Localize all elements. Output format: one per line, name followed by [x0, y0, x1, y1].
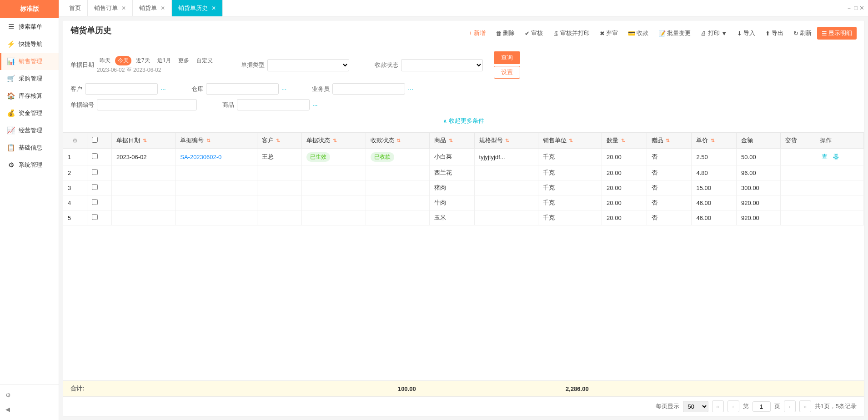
sidebar-item-purchase-mgmt[interactable]: 🛒 采购管理	[0, 70, 59, 87]
batch-change-button[interactable]: 📝 批量变更	[654, 27, 695, 40]
tab-sales-history[interactable]: 销货单历史 ✕	[172, 0, 223, 16]
tab-sales-order-close[interactable]: ✕	[121, 5, 126, 11]
th-settings[interactable]: ⚙	[63, 133, 87, 149]
sidebar-item-search-menu[interactable]: ☰ 搜索菜单	[0, 18, 59, 35]
tab-sales-delivery-close[interactable]: ✕	[161, 5, 165, 11]
cell-checkbox[interactable]	[87, 195, 111, 210]
cell-unit-price: 4.80	[692, 165, 737, 180]
sidebar-item-sales-mgmt[interactable]: 📊 销售管理	[0, 53, 59, 70]
date-btn-custom[interactable]: 自定义	[194, 56, 216, 65]
th-customer[interactable]: 客户 ⇅	[257, 133, 302, 149]
new-button[interactable]: + 新增	[464, 27, 490, 40]
sidebar-bottom-settings[interactable]: ⚙	[0, 388, 59, 402]
th-doc-number[interactable]: 单据编号 ⇅	[176, 133, 257, 149]
print-button[interactable]: 🖨 打印 ▼	[696, 27, 732, 40]
sidebar-collapse[interactable]: ◀	[0, 402, 59, 416]
th-payment-status[interactable]: 收款状态 ⇅	[366, 133, 429, 149]
settings-button[interactable]: 设置	[494, 66, 520, 79]
export-button[interactable]: ⬆ 导出	[761, 27, 788, 40]
warehouse-input[interactable]	[206, 83, 279, 95]
row-checkbox-2[interactable]	[92, 184, 98, 190]
inventory-icon: 🏠	[7, 92, 15, 100]
date-btn-today[interactable]: 今天	[115, 56, 131, 65]
date-btn-1month[interactable]: 近1月	[155, 56, 174, 65]
salesperson-input[interactable]	[332, 83, 405, 95]
th-quantity[interactable]: 数量 ⇅	[602, 133, 647, 149]
abandon-button[interactable]: ✖ 弃审	[595, 27, 622, 40]
sidebar-item-finance[interactable]: 💰 资金管理	[0, 105, 59, 122]
doc-number-input[interactable]	[97, 99, 197, 110]
cell-checkbox[interactable]	[87, 210, 111, 225]
collect-button[interactable]: 💳 收款	[623, 27, 653, 40]
prev-page-button[interactable]: ‹	[728, 400, 739, 412]
refresh-icon: ↻	[793, 30, 798, 37]
th-sales-unit[interactable]: 销售单位 ⇅	[538, 133, 602, 149]
last-page-button[interactable]: »	[799, 400, 811, 412]
sidebar-item-ops-mgmt[interactable]: 📈 经营管理	[0, 122, 59, 139]
minimize-icon[interactable]: －	[846, 4, 852, 12]
delete-button[interactable]: 🗑 删除	[491, 27, 519, 40]
cell-customer	[257, 180, 302, 195]
sidebar-item-sys-mgmt[interactable]: ⚙ 系统管理	[0, 156, 59, 174]
page-number-input[interactable]	[753, 401, 771, 412]
close-window-icon[interactable]: ✕	[859, 5, 864, 11]
next-page-button[interactable]: ›	[784, 400, 796, 412]
customer-input[interactable]	[85, 83, 158, 95]
cell-checkbox[interactable]	[87, 165, 111, 180]
payment-status-select[interactable]	[401, 59, 483, 71]
date-btn-yesterday[interactable]: 昨天	[97, 56, 113, 65]
cell-doc-number[interactable]: SA-20230602-0	[176, 149, 257, 165]
salesperson-ellipsis[interactable]: ···	[408, 85, 413, 93]
tab-sales-order[interactable]: 销售订单 ✕	[88, 0, 133, 16]
cell-row-num: 1	[63, 149, 87, 165]
maximize-icon[interactable]: □	[854, 5, 858, 11]
product-input[interactable]	[237, 99, 310, 110]
row-checkbox-0[interactable]	[92, 153, 98, 159]
tab-bar: 首页 销售订单 ✕ 销货单 ✕ 销货单历史 ✕ － □ ✕	[59, 0, 868, 16]
cell-doc-status	[302, 210, 366, 225]
audit-print-button[interactable]: 🖨 审核并打印	[548, 27, 594, 40]
th-product[interactable]: 商品 ⇅	[429, 133, 474, 149]
doc-number-link[interactable]: SA-20230602-0	[180, 154, 221, 160]
doc-type-select[interactable]	[267, 59, 349, 71]
row-edit-btn[interactable]: 器	[831, 152, 841, 162]
th-gift[interactable]: 赠品 ⇅	[647, 133, 692, 149]
sidebar-item-quick-nav[interactable]: ⚡ 快捷导航	[0, 35, 59, 53]
row-checkbox-4[interactable]	[92, 214, 98, 220]
cell-product: 玉米	[429, 210, 474, 225]
tab-sales-history-close[interactable]: ✕	[211, 5, 216, 11]
th-spec-type[interactable]: 规格型号 ⇅	[474, 133, 538, 149]
date-btn-7days[interactable]: 近7天	[133, 56, 153, 65]
th-doc-status[interactable]: 单据状态 ⇅	[302, 133, 366, 149]
page-size-select[interactable]: 50 100 200	[683, 401, 708, 412]
select-all-checkbox[interactable]	[92, 137, 98, 143]
cell-actions[interactable]: 查 器	[815, 149, 863, 165]
cell-checkbox[interactable]	[87, 149, 111, 165]
first-page-button[interactable]: «	[712, 400, 724, 412]
th-doc-date[interactable]: 单据日期 ⇅	[111, 133, 175, 149]
row-checkbox-1[interactable]	[92, 169, 98, 175]
row-view-btn[interactable]: 查	[820, 152, 829, 162]
refresh-button[interactable]: ↻ 刷新	[789, 27, 816, 40]
date-btn-more[interactable]: 更多	[176, 56, 192, 65]
sidebar-item-label: 库存核算	[19, 92, 42, 100]
cell-doc-date	[111, 195, 175, 210]
query-button[interactable]: 查询	[494, 51, 520, 64]
collapse-button[interactable]: ∧ 收起更多条件	[70, 115, 857, 127]
customer-ellipsis[interactable]: ···	[161, 85, 166, 93]
import-button[interactable]: ⬇ 导入	[733, 27, 760, 40]
cell-unit-price: 2.50	[692, 149, 737, 165]
row-checkbox-3[interactable]	[92, 199, 98, 205]
warehouse-ellipsis[interactable]: ···	[281, 85, 287, 93]
cell-spec-type	[474, 210, 538, 225]
audit-button[interactable]: ✔ 审核	[520, 27, 547, 40]
show-detail-button[interactable]: ☰ 显示明细	[817, 27, 857, 40]
th-unit-price[interactable]: 单价 ⇅	[692, 133, 737, 149]
product-ellipsis[interactable]: ···	[312, 101, 318, 109]
quick-nav-icon: ⚡	[7, 40, 15, 48]
sidebar-item-inventory[interactable]: 🏠 库存核算	[0, 87, 59, 105]
cell-checkbox[interactable]	[87, 180, 111, 195]
sidebar-item-basic-info[interactable]: 📋 基础信息	[0, 139, 59, 156]
tab-sales-delivery[interactable]: 销货单 ✕	[133, 0, 172, 16]
tab-home[interactable]: 首页	[63, 0, 88, 16]
